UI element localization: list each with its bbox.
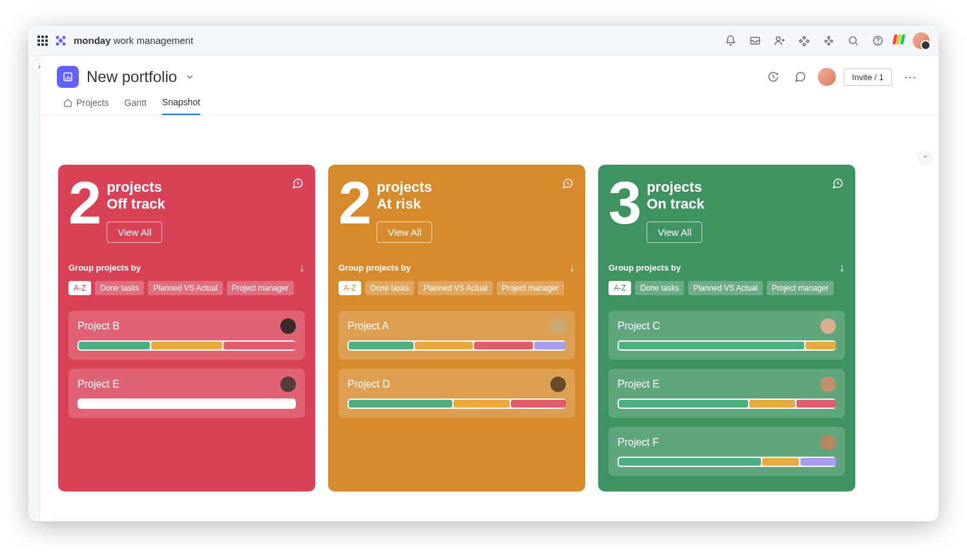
project-name: Project C (618, 320, 660, 332)
project-card[interactable]: Project A (338, 311, 575, 360)
invite-button[interactable]: Invite / 1 (844, 68, 892, 86)
more-options-icon[interactable]: ⋯ (900, 69, 922, 85)
home-icon (63, 98, 72, 107)
page-title[interactable]: New portfolio (87, 68, 177, 86)
progress-segment (79, 342, 150, 349)
column-chat-icon[interactable] (831, 176, 845, 191)
group-chip-a-z[interactable]: A-Z (608, 281, 631, 295)
product-switcher-icon[interactable] (893, 34, 906, 47)
group-chip-done-tasks[interactable]: Done tasks (635, 281, 684, 295)
column-status-label: Off track (107, 196, 165, 213)
group-chip-project-manager[interactable]: Project manager (767, 281, 834, 295)
project-owner-avatar[interactable] (280, 377, 296, 392)
project-owner-avatar[interactable] (550, 318, 566, 334)
group-chip-done-tasks[interactable]: Done tasks (95, 281, 144, 295)
project-count: 3 (608, 176, 639, 230)
group-chip-a-z[interactable]: A-Z (68, 281, 91, 295)
body: › New portfolio Invite / 1 ⋯ ProjectsGan… (28, 56, 939, 521)
progress-segment (619, 400, 748, 408)
tab-label: Gantt (125, 98, 147, 108)
help-icon[interactable] (869, 32, 887, 50)
project-owner-avatar[interactable] (820, 435, 836, 450)
group-chip-project-manager[interactable]: Project manager (497, 281, 564, 295)
project-card[interactable]: Project D (338, 369, 575, 418)
user-avatar[interactable] (913, 32, 930, 49)
column-title-label: projects (107, 179, 165, 196)
progress-segment (619, 458, 761, 466)
progress-segment (349, 342, 413, 349)
project-owner-avatar[interactable] (820, 377, 836, 392)
project-owner-avatar[interactable] (820, 318, 836, 334)
project-card[interactable]: Project F (608, 427, 845, 476)
sort-direction-icon[interactable]: ↓ (839, 261, 845, 275)
svg-point-15 (776, 74, 778, 75)
progress-segment (453, 400, 510, 408)
apps-grid-icon[interactable] (37, 36, 48, 46)
view-all-button[interactable]: View All (647, 222, 702, 243)
notifications-icon[interactable] (722, 32, 740, 50)
page-header: New portfolio Invite / 1 ⋯ (40, 56, 939, 88)
svg-point-10 (828, 43, 830, 45)
progress-segment (619, 342, 804, 349)
group-by-label: Group projects by (68, 263, 141, 273)
progress-segment (762, 458, 799, 466)
project-card[interactable]: Project E (608, 369, 845, 418)
main-area: New portfolio Invite / 1 ⋯ ProjectsGantt… (40, 56, 939, 521)
inbox-icon[interactable] (746, 32, 764, 50)
progress-segment (534, 342, 566, 349)
group-chip-planned-vs-actual[interactable]: Planned VS Actual (688, 281, 762, 295)
team-icon[interactable] (820, 32, 838, 50)
project-card[interactable]: Project B (68, 311, 305, 360)
progress-segment (349, 400, 452, 408)
group-chip-done-tasks[interactable]: Done tasks (365, 281, 414, 295)
tab-label: Projects (76, 98, 109, 108)
tab-projects[interactable]: Projects (63, 97, 109, 115)
apps-marketplace-icon[interactable] (795, 32, 813, 50)
view-all-button[interactable]: View All (107, 222, 162, 243)
status-column-on-track: 3projectsOn trackView AllGroup projects … (598, 165, 855, 492)
chevron-down-icon[interactable] (185, 72, 195, 82)
search-icon[interactable] (844, 32, 862, 50)
progress-segment (151, 342, 222, 349)
discussion-icon[interactable] (791, 67, 810, 87)
monday-logo-icon (54, 34, 67, 47)
view-tabs: ProjectsGanttSnapshot (40, 88, 939, 116)
group-chip-project-manager[interactable]: Project manager (227, 281, 294, 295)
collapse-header-button[interactable]: ⌃ (918, 151, 932, 165)
column-chat-icon[interactable] (561, 176, 575, 191)
project-name: Project E (78, 379, 120, 390)
column-status-label: On track (647, 196, 704, 213)
tab-snapshot[interactable]: Snapshot (162, 97, 200, 115)
progress-bar (618, 399, 836, 409)
project-card[interactable]: Project C (608, 311, 845, 360)
progress-segment (796, 400, 836, 408)
invite-members-icon[interactable] (771, 32, 789, 50)
owner-avatar[interactable] (818, 68, 836, 86)
project-card[interactable]: Project E (68, 369, 305, 418)
activity-log-icon[interactable] (764, 67, 783, 87)
project-count: 2 (68, 176, 99, 230)
project-name: Project E (618, 379, 660, 390)
progress-bar (348, 399, 566, 409)
sort-direction-icon[interactable]: ↓ (299, 261, 305, 275)
project-owner-avatar[interactable] (280, 318, 296, 334)
column-title-label: projects (377, 179, 432, 196)
view-all-button[interactable]: View All (377, 222, 432, 243)
group-by-label: Group projects by (338, 263, 411, 273)
group-chip-a-z[interactable]: A-Z (338, 281, 361, 295)
svg-point-2 (56, 42, 59, 45)
column-status-label: At risk (377, 196, 432, 213)
svg-point-8 (825, 40, 827, 42)
svg-point-3 (63, 42, 66, 45)
group-by-label: Group projects by (608, 263, 681, 273)
progress-bar (618, 340, 836, 351)
group-chip-planned-vs-actual[interactable]: Planned VS Actual (148, 281, 222, 295)
progress-segment (79, 400, 295, 408)
status-column-off-track: 2projectsOff trackView AllGroup projects… (58, 165, 315, 492)
group-chip-planned-vs-actual[interactable]: Planned VS Actual (418, 281, 492, 295)
topbar: monday work management (28, 26, 939, 56)
column-chat-icon[interactable] (291, 176, 305, 191)
tab-gantt[interactable]: Gantt (125, 97, 147, 115)
sort-direction-icon[interactable]: ↓ (569, 261, 575, 275)
project-owner-avatar[interactable] (550, 377, 566, 392)
